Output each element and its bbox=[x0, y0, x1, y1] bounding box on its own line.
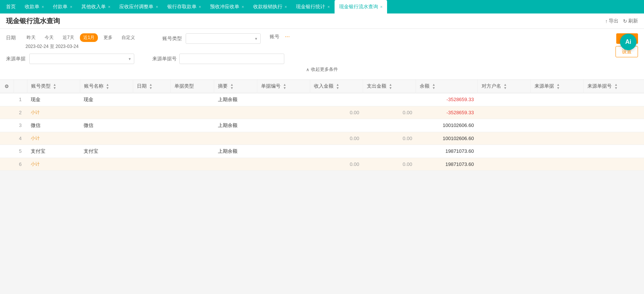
page-title: 现金银行流水查询 bbox=[6, 16, 60, 25]
row-source-doc bbox=[531, 106, 584, 119]
row-source-doc bbox=[531, 119, 584, 132]
column-balance[interactable]: 余额 ▲▼ bbox=[416, 80, 477, 93]
column-account-name[interactable]: 账号名称 ▲▼ bbox=[80, 80, 133, 93]
nav-bank-flow[interactable]: 现金银行流水查询 × bbox=[335, 0, 387, 13]
source-doc-select[interactable]: ▾ bbox=[29, 54, 134, 64]
table-row: 2小计0.000.00-3528659.33 bbox=[0, 106, 644, 119]
row-account-type: 支付宝 bbox=[27, 145, 80, 158]
balance-col-label: 余额 bbox=[420, 83, 429, 89]
nav-adjustment[interactable]: 应收应付调整单 × bbox=[115, 0, 162, 13]
table-row: 1现金现金上期余额-3528659.33 bbox=[0, 93, 644, 106]
row-account-type: 小计 bbox=[27, 158, 80, 170]
row-expense: 0.00 bbox=[363, 106, 416, 119]
column-index bbox=[14, 80, 27, 93]
date-btn-custom[interactable]: 自定义 bbox=[118, 33, 138, 42]
collapse-filters-button[interactable]: ∧ 收起更多条件 bbox=[6, 64, 638, 75]
close-icon[interactable]: × bbox=[156, 0, 158, 13]
account-type-select[interactable]: ▾ bbox=[186, 33, 261, 44]
row-account-type: 小计 bbox=[27, 132, 80, 145]
row-account-name bbox=[80, 158, 133, 170]
ai-assistant-button[interactable]: Ai bbox=[620, 34, 636, 50]
source-doc-no-input[interactable] bbox=[179, 54, 284, 64]
row-account-type: 现金 bbox=[27, 93, 80, 106]
table-row: 6小计0.000.0019871073.60 bbox=[0, 158, 644, 170]
row-gear-cell bbox=[0, 119, 14, 132]
column-doc-no[interactable]: 单据编号 ▲▼ bbox=[257, 80, 310, 93]
row-balance: -3528659.33 bbox=[416, 106, 477, 119]
date-btn-yesterday[interactable]: 昨天 bbox=[23, 33, 39, 42]
column-counterparty[interactable]: 对方户名 ▲▼ bbox=[477, 80, 530, 93]
row-income: 0.00 bbox=[310, 106, 363, 119]
column-date[interactable]: 日期 ▲▼ bbox=[133, 80, 170, 93]
counterparty-col-label: 对方户名 bbox=[482, 83, 501, 89]
column-expense[interactable]: 支出金额 ▲▼ bbox=[363, 80, 416, 93]
close-icon[interactable]: × bbox=[242, 0, 244, 13]
table-row: 3微信微信上期余额100102606.60 bbox=[0, 119, 644, 132]
column-income[interactable]: 收入金额 ▲▼ bbox=[310, 80, 363, 93]
source-doc-no-label: 来源单据号 bbox=[152, 55, 177, 62]
sort-icon: ▲▼ bbox=[504, 83, 507, 90]
nav-home[interactable]: 首页 bbox=[2, 0, 20, 13]
row-gear-cell bbox=[0, 93, 14, 106]
row-counterparty bbox=[477, 93, 530, 106]
date-options: 昨天 今天 近7天 近1月 更多 自定义 bbox=[23, 33, 138, 42]
close-icon[interactable]: × bbox=[42, 0, 44, 13]
row-doc-no bbox=[257, 132, 310, 145]
row-account-type: 微信 bbox=[27, 119, 80, 132]
column-summary[interactable]: 摘要 ▲▼ bbox=[214, 80, 257, 93]
row-date bbox=[133, 106, 170, 119]
row-index: 1 bbox=[14, 93, 27, 106]
close-icon[interactable]: × bbox=[108, 0, 110, 13]
row-expense: 0.00 bbox=[363, 132, 416, 145]
table-row: 4小计0.000.00100102606.60 bbox=[0, 132, 644, 145]
close-icon[interactable]: × bbox=[380, 0, 383, 13]
date-btn-1month[interactable]: 近1月 bbox=[80, 33, 98, 42]
account-type-label: 账号类型 bbox=[162, 35, 183, 42]
column-source-doc-no[interactable]: 来源单据号 ▲▼ bbox=[584, 80, 644, 93]
refresh-button[interactable]: ↻ 刷新 bbox=[623, 18, 638, 24]
header-actions: ↑ 导出 ↻ 刷新 bbox=[605, 18, 638, 24]
nav-collection[interactable]: 收款核销执行 × bbox=[249, 0, 291, 13]
close-icon[interactable]: × bbox=[285, 0, 287, 13]
row-expense bbox=[363, 145, 416, 158]
nav-bank-stats[interactable]: 现金银行统计 × bbox=[291, 0, 334, 13]
row-doc-no bbox=[257, 93, 310, 106]
export-button[interactable]: ↑ 导出 bbox=[605, 18, 619, 24]
nav-receipt[interactable]: 收款单 × bbox=[20, 0, 48, 13]
filter-area: 日期 昨天 今天 近7天 近1月 更多 自定义 2023-02-24 至 202… bbox=[0, 29, 644, 80]
doc-type-col-label: 单据类型 bbox=[174, 83, 194, 89]
nav-other-income[interactable]: 其他收入单 × bbox=[77, 0, 115, 13]
row-account-name: 支付宝 bbox=[80, 145, 133, 158]
row-doc-no bbox=[257, 145, 310, 158]
account-more-button[interactable]: ··· bbox=[283, 33, 291, 40]
row-balance: 100102606.60 bbox=[416, 119, 477, 132]
date-btn-today[interactable]: 今天 bbox=[41, 33, 57, 42]
source-doc-col-label: 来源单据 bbox=[534, 83, 554, 89]
row-date bbox=[133, 119, 170, 132]
column-account-type[interactable]: 账号类型 ▲▼ bbox=[27, 80, 80, 93]
row-counterparty bbox=[477, 119, 530, 132]
row-income bbox=[310, 145, 363, 158]
row-income: 0.00 bbox=[310, 132, 363, 145]
column-source-doc[interactable]: 来源单据 ▲▼ bbox=[531, 80, 584, 93]
nav-payment[interactable]: 付款单 × bbox=[48, 0, 77, 13]
row-source-doc-no bbox=[584, 145, 644, 158]
date-btn-7days[interactable]: 近7天 bbox=[59, 33, 78, 42]
date-btn-more[interactable]: 更多 bbox=[100, 33, 116, 42]
row-doc-type bbox=[170, 132, 214, 145]
row-index: 3 bbox=[14, 119, 27, 132]
sort-icon: ▲▼ bbox=[614, 83, 618, 90]
sort-icon: ▲▼ bbox=[336, 83, 339, 90]
nav-prepay[interactable]: 预收冲应收单 × bbox=[206, 0, 248, 13]
table-body: 1现金现金上期余额-3528659.332小计0.000.00-3528659.… bbox=[0, 93, 644, 170]
close-icon[interactable]: × bbox=[70, 0, 72, 13]
close-icon[interactable]: × bbox=[199, 0, 201, 13]
sort-icon: ▲▼ bbox=[389, 83, 392, 90]
close-icon[interactable]: × bbox=[327, 0, 330, 13]
row-index: 4 bbox=[14, 132, 27, 145]
row-doc-type bbox=[170, 93, 214, 106]
row-doc-type bbox=[170, 119, 214, 132]
row-source-doc-no bbox=[584, 93, 644, 106]
nav-bank-deposit[interactable]: 银行存取款单 × bbox=[163, 0, 206, 13]
column-settings[interactable]: ⚙ bbox=[0, 80, 14, 93]
